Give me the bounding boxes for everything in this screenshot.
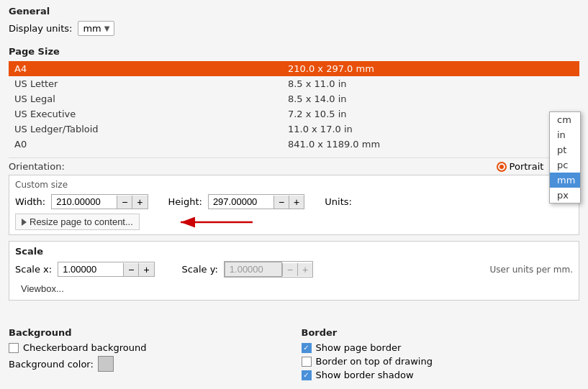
scale-x-input-group: − + [58,262,154,277]
page-size-name: US Ledger/Tabloid [9,122,282,137]
scale-title: Scale [15,246,573,257]
select-arrow-icon: ▼ [104,24,110,32]
content-area: General Display units: mm ▼ Page Size A4… [0,0,588,321]
unit-in[interactable]: in [550,127,580,142]
viewbox-btn-label: Viewbox... [21,283,64,294]
scale-x-input[interactable] [58,262,123,276]
show-page-border-row: Show page border [302,342,580,353]
bg-color-swatch[interactable] [98,356,114,372]
page-size-dims: 11.0 x 17.0 in [282,122,579,137]
page-size-table: A4210.0 x 297.0 mmUS Letter8.5 x 11.0 in… [9,61,579,152]
orientation-label: Orientation: [9,161,497,172]
custom-size-row: Width: − + Height: − + Units: [15,194,573,209]
unit-cm[interactable]: cm [550,112,580,127]
red-arrow-annotation [173,212,260,234]
display-units-row: Display units: mm ▼ [9,21,579,36]
table-row[interactable]: US Ledger/Tabloid11.0 x 17.0 in [9,122,579,137]
display-units-select[interactable]: mm ▼ [78,21,114,36]
scale-x-minus-btn[interactable]: − [123,263,138,276]
unit-pc[interactable]: pc [550,157,580,173]
general-title: General [9,6,579,17]
border-on-top-checkbox[interactable] [302,357,312,367]
bg-color-row: Background color: [9,356,287,372]
background-section: Background Checkerboard background Backg… [9,327,287,383]
border-on-top-label: Border on top of drawing [316,356,433,367]
width-input-group: − + [51,194,148,209]
page-size-name: US Executive [9,106,282,122]
page-size-dims: 210.0 x 297.0 mm [282,61,579,76]
scale-y-input[interactable] [225,262,282,277]
checkerboard-checkbox[interactable] [9,343,19,353]
unit-px[interactable]: px [550,188,580,203]
width-plus-btn[interactable]: + [132,196,147,209]
main-container: cm in pt pc mm px General Display units:… [0,0,588,389]
background-title: Background [9,327,287,338]
table-row[interactable]: A4210.0 x 297.0 mm [9,61,579,76]
border-title: Border [302,327,580,338]
table-row[interactable]: US Executive7.2 x 10.5 in [9,106,579,122]
scale-row: Scale x: − + Scale y: − + User units per… [15,261,573,278]
page-size-dims: 841.0 x 1189.0 mm [282,137,579,152]
height-minus-btn[interactable]: − [273,196,289,209]
portrait-label: Portrait [510,161,544,172]
scale-x-plus-btn[interactable]: + [138,263,153,276]
height-input-group: − + [208,194,304,209]
checkerboard-label: Checkerboard background [23,342,146,353]
scale-y-input-group: − + [224,261,313,278]
resize-page-btn[interactable]: Resize page to content... [15,214,140,230]
custom-size-section: Custom size Width: − + Height: − + Units… [9,175,579,235]
scale-y-label: Scale y: [182,264,218,275]
width-minus-btn[interactable]: − [117,196,132,209]
page-size-name: A4 [9,61,282,76]
scale-section: Scale Scale x: − + Scale y: − + User uni… [9,241,579,301]
orientation-row: Orientation: Portrait L... [9,157,579,175]
width-label: Width: [15,196,45,207]
units-label: Units: [325,196,352,207]
show-page-border-checkbox[interactable] [302,343,312,353]
height-plus-btn[interactable]: + [289,196,304,209]
display-units-label: Display units: [9,23,72,34]
page-size-name: US Legal [9,91,282,106]
show-border-shadow-row: Show border shadow [302,370,580,380]
portrait-option[interactable]: Portrait [497,161,544,172]
page-size-title: Page Size [9,46,579,57]
checkerboard-row: Checkerboard background [9,342,287,353]
page-size-dims: 8.5 x 14.0 in [282,91,579,106]
unit-mm[interactable]: mm [550,173,580,188]
page-size-name: US Letter [9,76,282,91]
border-section: Border Show page border Border on top of… [302,327,580,383]
custom-size-title: Custom size [15,180,573,190]
scale-x-label: Scale x: [15,264,52,275]
units-dropdown[interactable]: cm in pt pc mm px [549,111,581,203]
portrait-radio[interactable] [497,162,507,172]
show-page-border-label: Show page border [316,342,402,353]
bottom-sections: Background Checkerboard background Backg… [0,321,588,389]
width-input[interactable] [52,195,117,209]
scale-y-plus-btn[interactable]: + [297,263,312,276]
page-size-dims: 7.2 x 10.5 in [282,106,579,122]
viewbox-btn[interactable]: Viewbox... [15,282,67,296]
bg-color-label: Background color: [9,359,94,370]
page-size-name: A0 [9,137,282,152]
height-label: Height: [168,196,202,207]
user-units-label: User units per mm. [490,265,573,275]
border-on-top-row: Border on top of drawing [302,356,580,367]
resize-btn-label: Resize page to content... [30,216,133,227]
table-row[interactable]: A0841.0 x 1189.0 mm [9,137,579,152]
table-row[interactable]: US Legal8.5 x 14.0 in [9,91,579,106]
height-input[interactable] [209,195,273,209]
show-border-shadow-checkbox[interactable] [302,370,312,380]
page-size-dims: 8.5 x 11.0 in [282,76,579,91]
page-size-section: Page Size A4210.0 x 297.0 mmUS Letter8.5… [9,46,579,152]
unit-pt[interactable]: pt [550,142,580,157]
table-row[interactable]: US Letter8.5 x 11.0 in [9,76,579,91]
selected-unit-label: mm [83,23,101,34]
scale-y-minus-btn[interactable]: − [282,263,297,276]
show-border-shadow-label: Show border shadow [316,370,414,380]
resize-triangle-icon [22,219,27,226]
